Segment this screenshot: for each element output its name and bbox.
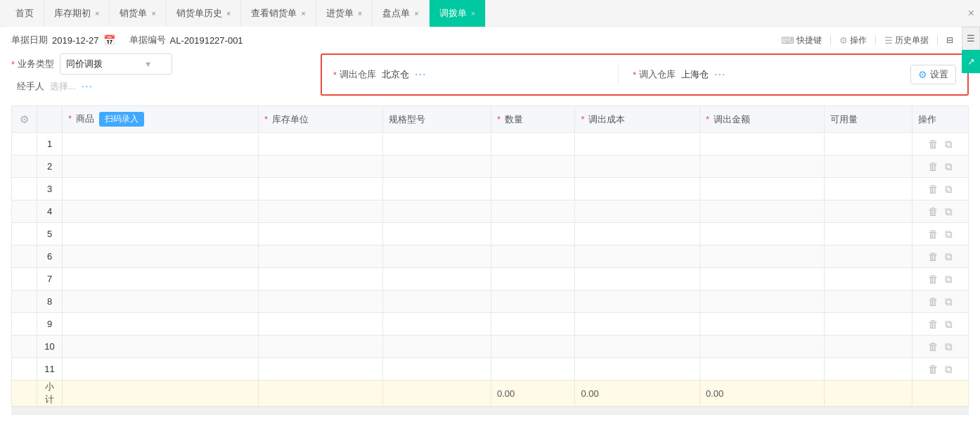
row-unit-2[interactable] bbox=[258, 155, 382, 178]
copy-icon[interactable]: ⧉ bbox=[945, 295, 953, 307]
row-spec-7[interactable] bbox=[383, 268, 491, 291]
row-product-8[interactable] bbox=[63, 291, 259, 313]
row-spec-8[interactable] bbox=[383, 291, 491, 313]
copy-icon[interactable]: ⧉ bbox=[945, 228, 953, 240]
copy-icon[interactable]: ⧉ bbox=[945, 318, 953, 330]
row-product-5[interactable] bbox=[63, 223, 259, 246]
shortcut-button[interactable]: ⌨ 快捷键 bbox=[781, 34, 822, 46]
row-spec-11[interactable] bbox=[383, 358, 491, 381]
row-amount-3[interactable] bbox=[699, 178, 824, 200]
row-cost-9[interactable] bbox=[575, 313, 699, 336]
tab-sales-order[interactable]: 销货单 × bbox=[110, 0, 166, 27]
close-icon[interactable]: × bbox=[301, 9, 305, 18]
warehouse-out-more-button[interactable]: ··· bbox=[415, 68, 426, 81]
copy-icon[interactable]: ⧉ bbox=[945, 273, 953, 285]
row-product-7[interactable] bbox=[63, 268, 259, 291]
settings-button[interactable]: ⚙ 设置 bbox=[910, 65, 956, 84]
row-qty-4[interactable] bbox=[491, 200, 575, 223]
row-qty-8[interactable] bbox=[491, 291, 575, 313]
close-icon[interactable]: × bbox=[471, 9, 475, 18]
row-qty-3[interactable] bbox=[491, 178, 575, 200]
row-cost-11[interactable] bbox=[575, 358, 699, 381]
copy-icon[interactable]: ⧉ bbox=[945, 363, 953, 375]
delete-icon[interactable]: 🗑 bbox=[928, 295, 939, 307]
row-amount-8[interactable] bbox=[699, 291, 824, 313]
row-spec-5[interactable] bbox=[383, 223, 491, 246]
row-product-6[interactable] bbox=[63, 246, 259, 268]
row-unit-4[interactable] bbox=[258, 200, 382, 223]
close-icon[interactable]: × bbox=[95, 9, 99, 18]
tab-stocktake[interactable]: 盘点单 × bbox=[373, 0, 429, 27]
row-cost-1[interactable] bbox=[575, 133, 699, 155]
close-icon[interactable]: × bbox=[151, 9, 155, 18]
delete-icon[interactable]: 🗑 bbox=[928, 273, 939, 285]
copy-icon[interactable]: ⧉ bbox=[945, 250, 953, 262]
row-amount-5[interactable] bbox=[699, 223, 824, 246]
row-amount-11[interactable] bbox=[699, 358, 824, 381]
tab-view-sales[interactable]: 查看销货单 × bbox=[241, 0, 316, 27]
row-qty-11[interactable] bbox=[491, 358, 575, 381]
row-amount-7[interactable] bbox=[699, 268, 824, 291]
delete-icon[interactable]: 🗑 bbox=[928, 318, 939, 330]
row-spec-3[interactable] bbox=[383, 178, 491, 200]
copy-icon[interactable]: ⧉ bbox=[945, 340, 953, 352]
close-icon[interactable]: × bbox=[414, 9, 418, 18]
row-cost-5[interactable] bbox=[575, 223, 699, 246]
row-product-4[interactable] bbox=[63, 200, 259, 223]
warehouse-in-more-button[interactable]: ··· bbox=[714, 68, 726, 81]
close-icon[interactable]: × bbox=[358, 9, 362, 18]
row-qty-9[interactable] bbox=[491, 313, 575, 336]
operations-button[interactable]: ⚙ 操作 bbox=[839, 34, 867, 46]
tab-inventory-init[interactable]: 库存期初 × bbox=[44, 0, 110, 27]
row-product-9[interactable] bbox=[63, 313, 259, 336]
layout-button1[interactable]: ⊟ bbox=[946, 35, 953, 45]
person-more-button[interactable]: ··· bbox=[82, 80, 93, 93]
row-unit-5[interactable] bbox=[258, 223, 382, 246]
delete-icon[interactable]: 🗑 bbox=[928, 250, 939, 262]
row-qty-2[interactable] bbox=[491, 155, 575, 178]
row-qty-6[interactable] bbox=[491, 246, 575, 268]
window-close-button[interactable]: × bbox=[968, 7, 974, 20]
row-spec-6[interactable] bbox=[383, 246, 491, 268]
scan-button[interactable]: 扫码录入 bbox=[99, 112, 144, 127]
row-product-3[interactable] bbox=[63, 178, 259, 200]
row-product-11[interactable] bbox=[63, 358, 259, 381]
row-spec-4[interactable] bbox=[383, 200, 491, 223]
bottom-scrollbar[interactable] bbox=[11, 407, 969, 415]
row-amount-2[interactable] bbox=[699, 155, 824, 178]
row-unit-10[interactable] bbox=[258, 336, 382, 358]
history-button[interactable]: ☰ 历史单据 bbox=[884, 34, 929, 46]
copy-icon[interactable]: ⧉ bbox=[945, 183, 953, 195]
row-unit-8[interactable] bbox=[258, 291, 382, 313]
row-product-1[interactable] bbox=[63, 133, 259, 155]
row-amount-6[interactable] bbox=[699, 246, 824, 268]
row-spec-10[interactable] bbox=[383, 336, 491, 358]
row-cost-3[interactable] bbox=[575, 178, 699, 200]
row-cost-8[interactable] bbox=[575, 291, 699, 313]
delete-icon[interactable]: 🗑 bbox=[928, 205, 939, 217]
delete-icon[interactable]: 🗑 bbox=[928, 228, 939, 240]
row-amount-10[interactable] bbox=[699, 336, 824, 358]
row-amount-4[interactable] bbox=[699, 200, 824, 223]
row-cost-4[interactable] bbox=[575, 200, 699, 223]
tab-transfer[interactable]: 调拨单 × bbox=[430, 0, 486, 27]
delete-icon[interactable]: 🗑 bbox=[928, 340, 939, 352]
row-cost-2[interactable] bbox=[575, 155, 699, 178]
row-amount-9[interactable] bbox=[699, 313, 824, 336]
delete-icon[interactable]: 🗑 bbox=[928, 363, 939, 375]
row-unit-11[interactable] bbox=[258, 358, 382, 381]
close-icon[interactable]: × bbox=[226, 9, 231, 18]
row-cost-10[interactable] bbox=[575, 336, 699, 358]
right-panel-list-button[interactable]: ☰ bbox=[962, 27, 980, 50]
row-unit-6[interactable] bbox=[258, 246, 382, 268]
copy-icon[interactable]: ⧉ bbox=[945, 160, 953, 172]
delete-icon[interactable]: 🗑 bbox=[928, 183, 939, 195]
warehouse-out-value[interactable]: 北京仓 bbox=[382, 68, 409, 81]
row-qty-7[interactable] bbox=[491, 268, 575, 291]
row-spec-1[interactable] bbox=[383, 133, 491, 155]
row-spec-2[interactable] bbox=[383, 155, 491, 178]
row-amount-1[interactable] bbox=[699, 133, 824, 155]
business-type-dropdown[interactable]: 同价调拨 ▼ bbox=[60, 53, 172, 75]
table-gear-icon[interactable]: ⚙ bbox=[20, 113, 29, 125]
row-unit-1[interactable] bbox=[258, 133, 382, 155]
